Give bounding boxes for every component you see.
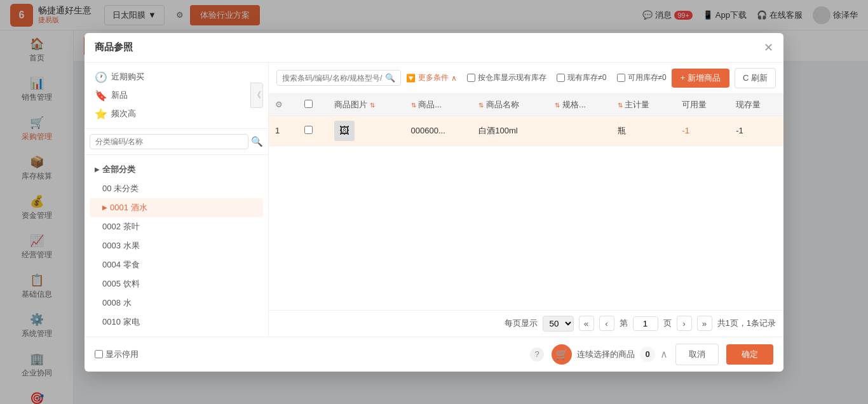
tree-item-all[interactable]: ▶ 全部分类: [90, 160, 263, 179]
show-disabled-checkbox-label[interactable]: 显示停用: [95, 349, 139, 360]
modal-close-button[interactable]: ✕: [764, 41, 773, 55]
tree-label-uncategorized: 00 未分类: [102, 183, 139, 194]
category-tree: ▶ 全部分类 00 未分类 ▶ 0001 酒水 0002 茶叶 0003 水果: [85, 155, 268, 337]
filter-label-freq: 频次高: [111, 108, 136, 119]
arrow-icon-liquor: ▶: [102, 204, 107, 211]
sort-code-icon: ⇅: [411, 102, 416, 109]
arrow-icon-all: ▶: [95, 166, 100, 173]
page-suffix: 页: [663, 318, 672, 329]
tree-label-appliance: 0010 家电: [102, 316, 140, 328]
category-search-row: 🔍: [85, 129, 268, 155]
filter-icon: 🔽: [406, 74, 416, 83]
checkbox-available[interactable]: [617, 74, 625, 82]
col-name[interactable]: ⇅ 商品名称: [472, 94, 548, 116]
col-spec[interactable]: ⇅ 规格...: [548, 94, 611, 116]
tree-label-tea: 0002 茶叶: [102, 221, 140, 232]
tree-label-snack: 0004 零食: [102, 259, 140, 271]
tree-label-water: 0008 水: [102, 297, 132, 309]
col-code[interactable]: ⇅ 商品...: [405, 94, 473, 116]
cell-code: 000600...: [405, 116, 473, 145]
show-disabled-checkbox[interactable]: [95, 350, 103, 358]
col-available[interactable]: 可用量: [675, 94, 729, 116]
add-product-button[interactable]: + 新增商品: [672, 69, 729, 88]
table-row[interactable]: 1 🖼 000600... 白酒100ml 瓶 -1 -1: [269, 116, 783, 145]
filter-label-new: 新品: [111, 90, 128, 101]
cancel-button[interactable]: 取消: [675, 344, 719, 365]
modal-overlay: 商品参照 ✕ 🕐 近期购买 🔖 新品: [0, 0, 868, 404]
search-icon[interactable]: 🔍: [385, 73, 395, 83]
checkbox-warehouse[interactable]: [467, 74, 475, 82]
more-conditions-button[interactable]: 🔽 更多条件 ∧: [406, 72, 457, 83]
checkbox-available-label[interactable]: 可用库存≠0: [617, 72, 667, 83]
help-icon[interactable]: ?: [530, 347, 544, 361]
cell-image: 🖼: [328, 116, 404, 145]
per-page-select[interactable]: 50: [543, 316, 574, 332]
sort-spec-icon: ⇅: [555, 102, 560, 109]
col-image[interactable]: 商品图片 ⇅: [328, 94, 404, 116]
total-info: 共1页，1条记录: [717, 318, 776, 329]
modal-body: 🕐 近期购买 🔖 新品 ⭐ 频次高: [85, 63, 783, 337]
cell-stock: -1: [729, 116, 783, 145]
checkbox-warehouse-text: 按仓库显示现有库存: [478, 72, 546, 83]
col-checkbox[interactable]: [298, 94, 328, 116]
confirm-button[interactable]: 确定: [726, 344, 773, 365]
col-settings[interactable]: ⚙: [269, 94, 298, 116]
modal-title: 商品参照: [95, 41, 133, 53]
checkbox-stock-text: 现有库存≠0: [567, 72, 606, 83]
tree-item-appliance[interactable]: 0010 家电: [90, 313, 263, 332]
tree-item-drink[interactable]: 0005 饮料: [90, 274, 263, 293]
filter-recent-purchase[interactable]: 🕐 近期购买: [90, 68, 250, 86]
checkbox-warehouse-label[interactable]: 按仓库显示现有库存: [467, 72, 546, 83]
cell-available: -1: [675, 116, 729, 145]
modal-header: 商品参照 ✕: [85, 33, 783, 63]
tree-item-uncategorized[interactable]: 00 未分类: [90, 179, 263, 198]
filter-new-products[interactable]: 🔖 新品: [90, 86, 250, 105]
filter-high-frequency[interactable]: ⭐ 频次高: [90, 105, 250, 123]
tree-label-fruit: 0003 水果: [102, 240, 140, 252]
page-first-button[interactable]: «: [579, 316, 594, 331]
tree-label-all: 全部分类: [102, 164, 135, 175]
page-prev-button[interactable]: ‹: [599, 316, 614, 331]
product-table-area: ⚙ 商品图片 ⇅ ⇅ 商品...: [269, 94, 783, 310]
refresh-button[interactable]: C 刷新: [735, 68, 776, 88]
tree-item-liquor[interactable]: ▶ 0001 酒水: [90, 198, 263, 217]
page-next-button[interactable]: ›: [677, 316, 692, 331]
tree-item-tea[interactable]: 0002 茶叶: [90, 217, 263, 236]
category-search-input[interactable]: [90, 134, 248, 149]
modal-footer: 显示停用 ? 🛒 连续选择的商品 0 ∧ 取消 确定: [85, 337, 783, 372]
cart-icon[interactable]: 🛒: [552, 344, 572, 365]
cell-spec: [548, 116, 611, 145]
collapse-panel-button[interactable]: 《: [250, 83, 263, 108]
collapse-cart-button[interactable]: ∧: [660, 348, 668, 360]
col-stock[interactable]: 现存量: [729, 94, 783, 116]
pagination: 每页显示 50 « ‹ 第 页 › » 共1页，1条记录: [269, 310, 783, 337]
left-panel: 🕐 近期购买 🔖 新品 ⭐ 频次高: [85, 63, 269, 337]
cart-count: 0: [640, 347, 655, 362]
product-table: ⚙ 商品图片 ⇅ ⇅ 商品...: [269, 94, 783, 146]
chevron-up-icon: ∧: [451, 74, 457, 83]
cell-name: 白酒100ml: [472, 116, 548, 145]
cell-checkbox[interactable]: [298, 116, 328, 145]
footer-right: ? 🛒 连续选择的商品 0 ∧ 取消 确定: [530, 344, 773, 365]
product-search-bar: 🔍: [276, 70, 401, 86]
cell-unit: 瓶: [611, 116, 676, 145]
category-search-icon[interactable]: 🔍: [251, 136, 263, 147]
col-unit[interactable]: ⇅ 主计量: [611, 94, 676, 116]
sort-name-icon: ⇅: [478, 102, 484, 109]
checkbox-stock-label[interactable]: 现有库存≠0: [557, 72, 606, 83]
recent-icon: 🕐: [95, 71, 107, 83]
new-icon: 🔖: [95, 90, 107, 102]
page-input[interactable]: [633, 316, 658, 331]
filter-label-recent: 近期购买: [111, 71, 144, 83]
tree-item-fruit[interactable]: 0003 水果: [90, 236, 263, 255]
tree-item-water[interactable]: 0008 水: [90, 293, 263, 313]
cart-area: 🛒 连续选择的商品 0 ∧: [552, 344, 668, 365]
checkbox-stock[interactable]: [557, 74, 565, 82]
product-search-input[interactable]: [282, 74, 383, 83]
select-all-checkbox[interactable]: [304, 100, 313, 108]
show-disabled-label: 显示停用: [105, 349, 139, 360]
row-checkbox[interactable]: [304, 126, 313, 134]
tree-item-snack[interactable]: 0004 零食: [90, 255, 263, 274]
table-toolbar: 🔍 🔽 更多条件 ∧ 按仓库显示现有库存 现有库存≠0: [269, 63, 783, 94]
page-last-button[interactable]: »: [697, 316, 712, 331]
